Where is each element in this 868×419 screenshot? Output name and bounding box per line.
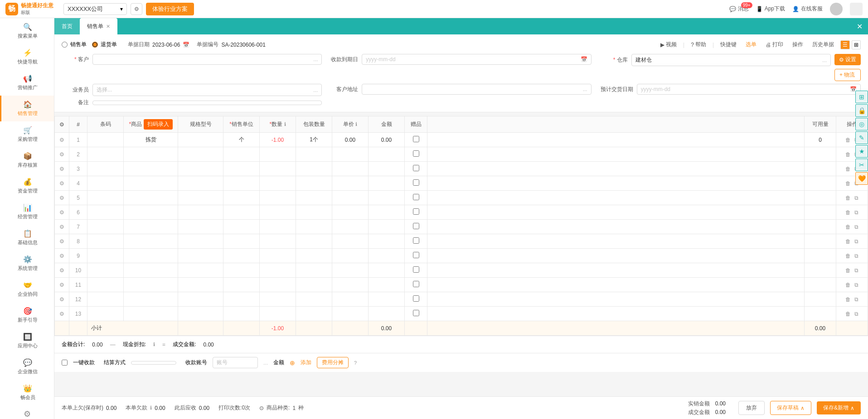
td-gift-2[interactable] bbox=[405, 147, 427, 162]
tab-close-btn[interactable]: ✕ bbox=[106, 24, 110, 29]
more-actions-btn[interactable]: 操作 bbox=[790, 40, 806, 49]
gift-checkbox-8[interactable] bbox=[413, 237, 419, 244]
td-unit-8[interactable] bbox=[223, 234, 260, 249]
td-settings-7[interactable]: ⚙ bbox=[55, 220, 69, 234]
delete-icon-13[interactable]: 🗑 bbox=[845, 311, 851, 317]
warehouse-input[interactable]: 建材仓 ... bbox=[631, 54, 831, 66]
copy-icon-5[interactable]: ⧉ bbox=[854, 195, 858, 201]
delete-icon-12[interactable]: 🗑 bbox=[845, 296, 851, 303]
add-payment-btn[interactable]: ⊕ bbox=[290, 359, 295, 366]
copy-icon-7[interactable]: ⧉ bbox=[854, 224, 858, 230]
user-menu[interactable] bbox=[850, 3, 863, 15]
td-barcode-10[interactable] bbox=[87, 263, 124, 278]
expense-split-btn[interactable]: 费用分摊 bbox=[317, 357, 349, 368]
float-btn-2[interactable]: 🔒 bbox=[855, 104, 868, 117]
td-amount-6[interactable] bbox=[369, 205, 405, 220]
float-btn-4[interactable]: ✎ bbox=[855, 131, 868, 144]
td-spec-11[interactable] bbox=[178, 278, 223, 292]
td-pkg-9[interactable] bbox=[296, 249, 332, 263]
td-pkg-10[interactable] bbox=[296, 263, 332, 278]
td-pkg-6[interactable] bbox=[296, 205, 332, 220]
td-spec-13[interactable] bbox=[178, 307, 223, 321]
td-barcode-1[interactable] bbox=[87, 133, 124, 147]
online-service-btn[interactable]: 👤 在线客服 bbox=[792, 5, 823, 13]
gift-checkbox-6[interactable] bbox=[413, 208, 419, 215]
td-qty-8[interactable] bbox=[260, 234, 296, 249]
td-product-2[interactable] bbox=[124, 147, 178, 162]
delete-icon-7[interactable]: 🗑 bbox=[845, 224, 851, 230]
copy-icon-6[interactable]: ⧉ bbox=[854, 209, 858, 216]
td-gift-7[interactable] bbox=[405, 220, 427, 234]
gift-checkbox-1[interactable] bbox=[413, 136, 419, 142]
copy-icon-10[interactable]: ⧉ bbox=[854, 267, 858, 274]
delivery-date-input[interactable]: yyyy-mm-dd 📅 bbox=[637, 84, 861, 95]
gift-checkbox-9[interactable] bbox=[413, 252, 419, 258]
td-amount-12[interactable] bbox=[369, 292, 405, 307]
td-unit-4[interactable] bbox=[223, 176, 260, 191]
td-price-1[interactable]: 0.00 bbox=[332, 133, 369, 147]
sidebar-item-basic[interactable]: 📋 基础信息 bbox=[0, 225, 54, 250]
sidebar-item-purchase[interactable]: 🛒 采购管理 bbox=[0, 121, 54, 147]
td-amount-4[interactable] bbox=[369, 176, 405, 191]
td-settings-10[interactable]: ⚙ bbox=[55, 263, 69, 278]
td-ops-11[interactable]: 🗑 ⧉ bbox=[836, 278, 868, 292]
td-barcode-13[interactable] bbox=[87, 307, 124, 321]
gift-checkbox-7[interactable] bbox=[413, 223, 419, 229]
remarks-input[interactable] bbox=[92, 101, 322, 105]
td-barcode-11[interactable] bbox=[87, 278, 124, 292]
td-gift-10[interactable] bbox=[405, 263, 427, 278]
td-barcode-12[interactable] bbox=[87, 292, 124, 307]
td-settings-5[interactable]: ⚙ bbox=[55, 191, 69, 205]
td-product-4[interactable] bbox=[124, 176, 178, 191]
salesperson-input[interactable]: 选择... ... bbox=[92, 84, 322, 96]
td-product-6[interactable] bbox=[124, 205, 178, 220]
td-price-10[interactable] bbox=[332, 263, 369, 278]
td-spec-6[interactable] bbox=[178, 205, 223, 220]
td-spec-4[interactable] bbox=[178, 176, 223, 191]
shortcut-btn[interactable]: 快捷键 bbox=[718, 40, 739, 49]
expense-info-icon[interactable]: ? bbox=[354, 360, 357, 366]
td-ops-6[interactable]: 🗑 ⧉ bbox=[836, 205, 868, 220]
td-ops-12[interactable]: 🗑 ⧉ bbox=[836, 292, 868, 307]
td-settings-9[interactable]: ⚙ bbox=[55, 249, 69, 263]
app-download-btn[interactable]: 📱 App下载 bbox=[756, 5, 785, 13]
td-spec-9[interactable] bbox=[178, 249, 223, 263]
template-btn[interactable]: 选单 bbox=[743, 40, 759, 49]
float-btn-7[interactable]: 🧡 bbox=[855, 172, 868, 185]
td-settings-1[interactable]: ⚙ bbox=[55, 133, 69, 147]
sidebar-item-collab[interactable]: 🤝 企业协同 bbox=[0, 276, 54, 302]
delete-icon-9[interactable]: 🗑 bbox=[845, 253, 851, 259]
th-settings[interactable]: ⚙ bbox=[55, 116, 69, 133]
delete-icon-10[interactable]: 🗑 bbox=[845, 267, 851, 274]
td-qty-1[interactable]: -1.00 bbox=[260, 133, 296, 147]
one-click-payment-checkbox[interactable] bbox=[62, 360, 68, 366]
customer-addr-input[interactable]: ... bbox=[362, 84, 591, 95]
delete-icon-4[interactable]: 🗑 bbox=[845, 180, 851, 187]
td-product-11[interactable] bbox=[124, 278, 178, 292]
sidebar-item-system[interactable]: ⚙️ 系统管理 bbox=[0, 250, 54, 276]
td-amount-3[interactable] bbox=[369, 162, 405, 176]
addr-dots-btn[interactable]: ... bbox=[583, 86, 587, 92]
td-price-4[interactable] bbox=[332, 176, 369, 191]
td-pkg-7[interactable] bbox=[296, 220, 332, 234]
tab-home[interactable]: 首页 bbox=[54, 18, 80, 34]
td-gift-13[interactable] bbox=[405, 307, 427, 321]
gear-button[interactable]: ⚙ bbox=[131, 3, 142, 15]
td-price-11[interactable] bbox=[332, 278, 369, 292]
payment-due-calendar-icon[interactable]: 📅 bbox=[581, 56, 587, 63]
doc-type-return-radio[interactable]: 退货单 bbox=[92, 41, 117, 48]
scan-button[interactable]: 扫码录入 bbox=[144, 119, 173, 130]
owe-info-icon[interactable]: ℹ bbox=[150, 405, 152, 411]
trial-button[interactable]: 体验行业方案 bbox=[146, 3, 194, 15]
copy-icon-8[interactable]: ⧉ bbox=[854, 238, 858, 245]
sidebar-item-guide[interactable]: 🎯 新手引导 bbox=[0, 302, 54, 328]
sidebar-item-wechat[interactable]: 💬 企业微信 bbox=[0, 354, 54, 380]
td-product-8[interactable] bbox=[124, 234, 178, 249]
radio-return[interactable] bbox=[92, 42, 98, 48]
td-gift-3[interactable] bbox=[405, 162, 427, 176]
td-amount-7[interactable] bbox=[369, 220, 405, 234]
td-barcode-3[interactable] bbox=[87, 162, 124, 176]
sidebar-item-quicknav[interactable]: ⚡ 快捷导航 bbox=[0, 44, 54, 70]
td-qty-5[interactable] bbox=[260, 191, 296, 205]
avatar[interactable] bbox=[830, 3, 843, 15]
